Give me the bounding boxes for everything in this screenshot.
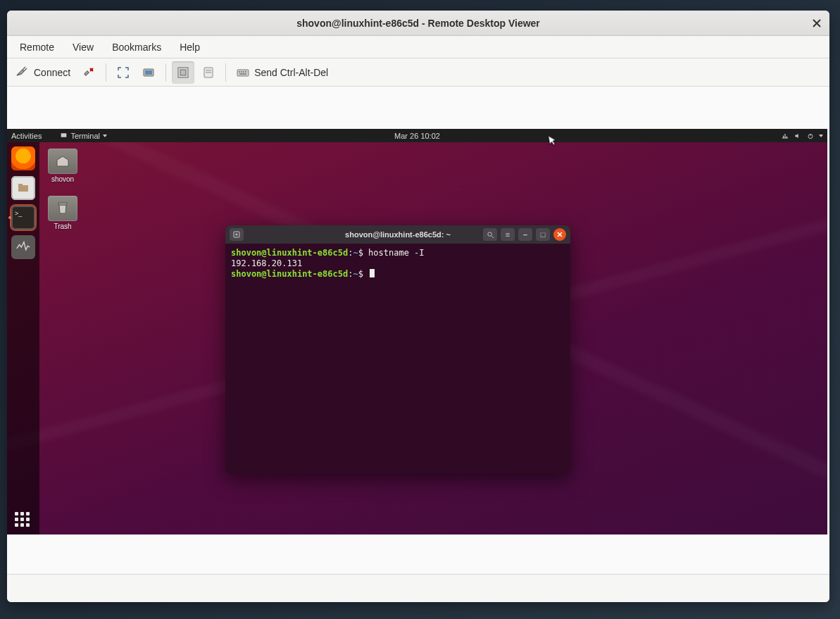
- terminal-titlebar[interactable]: shovon@linuxhint-e86c5d: ~ ≡ – □: [225, 225, 570, 244]
- window-titlebar[interactable]: shovon@linuxhint-e86c5d - Remote Desktop…: [7, 11, 829, 36]
- clock-button[interactable]: Mar 26 10:02: [394, 132, 440, 140]
- terminal-cursor: [370, 269, 375, 277]
- svg-rect-5: [206, 70, 211, 71]
- readonly-icon: [201, 65, 215, 80]
- scaling-button[interactable]: [172, 61, 194, 84]
- send-cad-label: Send Ctrl-Alt-Del: [254, 67, 328, 78]
- svg-rect-7: [237, 70, 249, 76]
- show-applications-button[interactable]: [15, 512, 32, 529]
- terminal-output: 192.168.20.131: [231, 258, 302, 268]
- viewer-statusbar: [7, 574, 829, 602]
- terminal-menu-button[interactable]: ≡: [501, 228, 515, 241]
- home-folder-icon[interactable]: shovon: [48, 149, 77, 183]
- toolbar-separator: [225, 63, 226, 82]
- remote-session[interactable]: Activities Terminal Mar 26 10:02: [7, 129, 827, 534]
- menubar: Remote View Bookmarks Help: [7, 36, 829, 58]
- menu-view[interactable]: View: [65, 39, 101, 56]
- svg-rect-11: [245, 71, 246, 73]
- screenshot-icon: [142, 65, 156, 80]
- desktop-icons: shovon Trash: [48, 149, 77, 230]
- screenshot-button[interactable]: [137, 61, 160, 84]
- scaling-icon: [176, 65, 190, 80]
- svg-rect-10: [243, 71, 244, 73]
- app-menu-label: Terminal: [70, 132, 100, 140]
- gnome-topbar: Activities Terminal Mar 26 10:02: [7, 129, 827, 142]
- terminal-body[interactable]: shovon@linuxhint-e86c5d:~$ hostname -I 1…: [225, 244, 570, 474]
- menu-help[interactable]: Help: [173, 39, 207, 56]
- terminal-title: shovon@linuxhint-e86c5d: ~: [345, 230, 451, 239]
- disconnect-icon: [82, 65, 96, 80]
- app-menu-button[interactable]: Terminal: [60, 132, 107, 140]
- network-icon[interactable]: [781, 132, 789, 140]
- prompt-path: ~: [353, 248, 358, 258]
- toolbar-separator: [106, 63, 106, 82]
- dock-files-icon[interactable]: [11, 176, 35, 200]
- svg-rect-1: [145, 70, 152, 75]
- terminal-search-button[interactable]: [483, 228, 497, 241]
- remote-cursor-icon: [548, 134, 558, 146]
- svg-rect-13: [61, 133, 67, 137]
- svg-rect-9: [241, 71, 242, 73]
- toolbar: Connect: [7, 58, 829, 87]
- svg-rect-8: [239, 71, 240, 73]
- svg-rect-17: [58, 203, 67, 205]
- gnome-terminal-window[interactable]: shovon@linuxhint-e86c5d: ~ ≡ – □ shovon@…: [225, 225, 570, 474]
- ubuntu-dock: [7, 142, 39, 534]
- chevron-down-icon: [819, 135, 823, 137]
- keyboard-icon: [236, 65, 250, 80]
- menu-bookmarks[interactable]: Bookmarks: [105, 39, 168, 56]
- svg-rect-12: [239, 73, 246, 75]
- dock-system-monitor-icon[interactable]: [11, 235, 35, 259]
- close-icon[interactable]: [811, 18, 822, 29]
- power-icon[interactable]: [806, 132, 815, 140]
- trash-label: Trash: [54, 223, 71, 230]
- volume-icon[interactable]: [794, 132, 802, 140]
- readonly-button[interactable]: [197, 61, 220, 84]
- fullscreen-button[interactable]: [112, 61, 134, 84]
- svg-rect-6: [206, 72, 211, 73]
- terminal-new-tab-button[interactable]: [230, 228, 244, 241]
- home-folder-label: shovon: [51, 175, 74, 183]
- chevron-down-icon: [103, 135, 107, 137]
- svg-point-19: [487, 232, 491, 236]
- connect-icon: [15, 65, 30, 80]
- remote-desktop-viewer-window: shovon@linuxhint-e86c5d - Remote Desktop…: [7, 11, 829, 602]
- connect-button[interactable]: Connect: [11, 61, 75, 84]
- svg-rect-15: [18, 185, 28, 192]
- svg-rect-3: [180, 70, 186, 75]
- toolbar-separator: [165, 63, 166, 82]
- menu-remote[interactable]: Remote: [13, 39, 61, 56]
- fullscreen-icon: [116, 65, 130, 80]
- send-ctrl-alt-del-button[interactable]: Send Ctrl-Alt-Del: [232, 61, 332, 84]
- terminal-maximize-button[interactable]: □: [536, 228, 550, 241]
- window-title: shovon@linuxhint-e86c5d - Remote Desktop…: [296, 18, 540, 29]
- prompt-user: shovon@linuxhint-e86c5d: [231, 248, 348, 258]
- connect-label: Connect: [34, 67, 70, 78]
- dock-firefox-icon[interactable]: [11, 146, 35, 170]
- viewer-content: Activities Terminal Mar 26 10:02: [7, 87, 829, 574]
- terminal-minimize-button[interactable]: –: [518, 228, 532, 241]
- trash-icon[interactable]: Trash: [48, 196, 77, 230]
- disconnect-button[interactable]: [77, 61, 100, 84]
- prompt-user: shovon@linuxhint-e86c5d: [231, 269, 348, 279]
- prompt-path: ~: [353, 269, 358, 279]
- dock-terminal-icon[interactable]: [11, 206, 35, 230]
- svg-rect-16: [18, 184, 23, 186]
- activities-button[interactable]: Activities: [11, 132, 42, 140]
- terminal-command: hostname -I: [368, 248, 424, 258]
- terminal-close-button[interactable]: [553, 228, 566, 241]
